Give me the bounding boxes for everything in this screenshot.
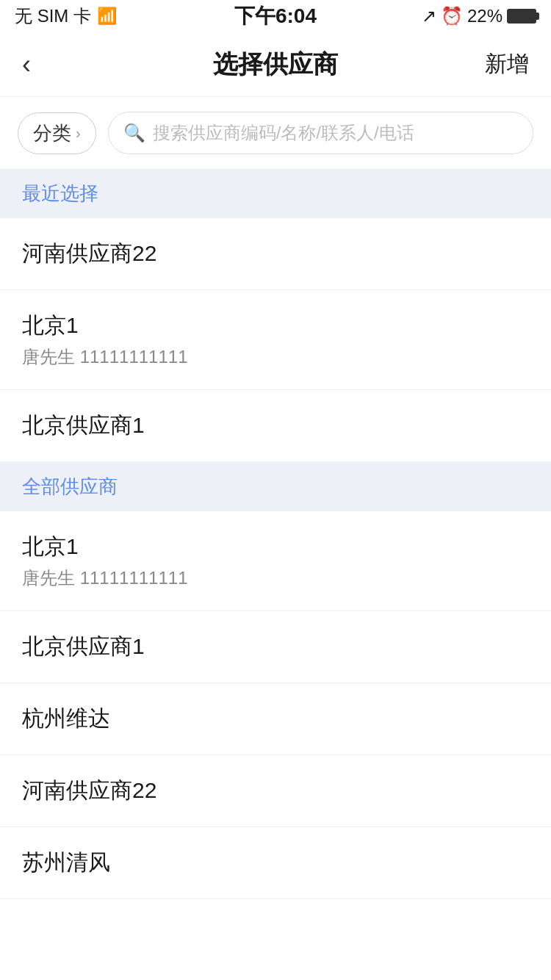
wifi-icon: 📶 <box>97 7 117 26</box>
search-placeholder: 搜索供应商编码/名称/联系人/电话 <box>153 121 414 145</box>
location-icon: ↗ <box>422 6 436 26</box>
no-sim-text: 无 SIM 卡 <box>15 4 91 28</box>
list-item-all-2[interactable]: 杭州维达 <box>0 683 551 755</box>
list-item-recent-1[interactable]: 北京1唐先生 11111111111 <box>0 290 551 390</box>
list-item-all-4[interactable]: 苏州清风 <box>0 827 551 899</box>
filter-bar: 分类 › 🔍 搜索供应商编码/名称/联系人/电话 <box>0 97 551 169</box>
back-button[interactable]: ‹ <box>15 42 38 87</box>
battery-icon <box>507 9 536 24</box>
item-name: 河南供应商22 <box>22 776 529 806</box>
battery-text: 22% <box>467 6 503 26</box>
item-name: 北京供应商1 <box>22 411 529 441</box>
status-left: 无 SIM 卡 📶 <box>15 4 117 28</box>
supplier-list: 最近选择河南供应商22北京1唐先生 11111111111北京供应商1全部供应商… <box>0 169 551 899</box>
category-label: 分类 <box>33 120 71 146</box>
list-item-all-3[interactable]: 河南供应商22 <box>0 755 551 827</box>
status-time: 下午6:04 <box>234 2 317 30</box>
item-name: 杭州维达 <box>22 704 529 734</box>
item-contact: 唐先生 11111111111 <box>22 566 529 590</box>
list-item-recent-0[interactable]: 河南供应商22 <box>0 218 551 290</box>
search-box[interactable]: 🔍 搜索供应商编码/名称/联系人/电话 <box>108 112 533 154</box>
item-name: 苏州清风 <box>22 848 529 878</box>
section-header-all: 全部供应商 <box>0 462 551 511</box>
item-name: 北京1 <box>22 532 529 562</box>
item-name: 北京供应商1 <box>22 632 529 662</box>
chevron-right-icon: › <box>76 125 81 142</box>
status-bar: 无 SIM 卡 📶 下午6:04 ↗ ⏰ 22% <box>0 0 551 32</box>
category-button[interactable]: 分类 › <box>18 112 96 154</box>
add-button[interactable]: 新增 <box>485 49 529 79</box>
section-header-recent: 最近选择 <box>0 169 551 218</box>
item-contact: 唐先生 11111111111 <box>22 345 529 369</box>
item-name: 河南供应商22 <box>22 239 529 269</box>
status-right: ↗ ⏰ 22% <box>422 6 536 26</box>
nav-bar: ‹ 选择供应商 新增 <box>0 32 551 97</box>
page-title: 选择供应商 <box>213 48 338 82</box>
search-icon: 🔍 <box>123 123 145 143</box>
list-item-all-0[interactable]: 北京1唐先生 11111111111 <box>0 511 551 611</box>
item-name: 北京1 <box>22 311 529 341</box>
alarm-icon: ⏰ <box>441 6 463 26</box>
list-item-all-1[interactable]: 北京供应商1 <box>0 611 551 683</box>
list-item-recent-2[interactable]: 北京供应商1 <box>0 390 551 462</box>
